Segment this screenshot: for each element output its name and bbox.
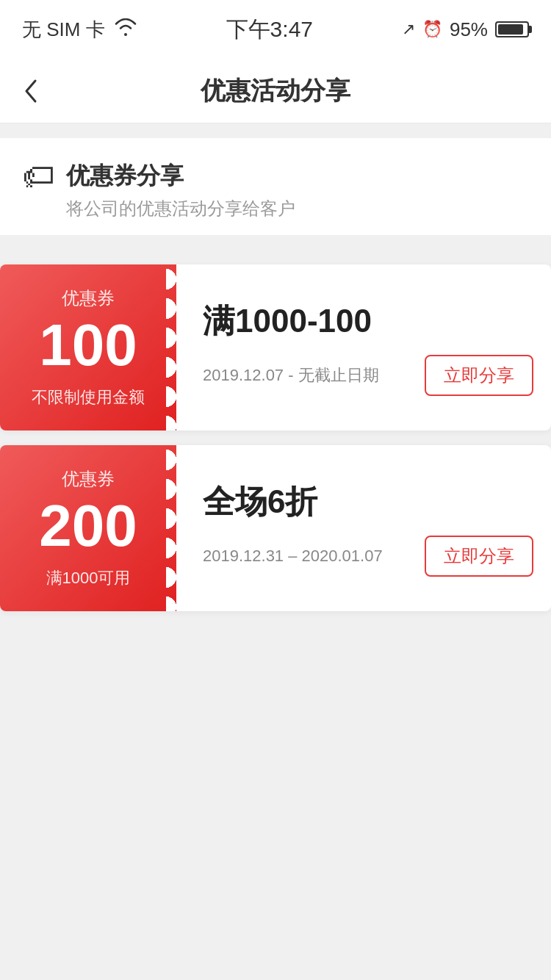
status-right: ↗ ⏰ 95% <box>402 18 529 41</box>
coupon-name-1: 全场6折 <box>203 480 533 524</box>
section-gap-mid <box>0 235 551 250</box>
section-header: 🏷 优惠券分享 将公司的优惠活动分享给客户 <box>0 138 551 235</box>
empty-area <box>0 626 551 980</box>
status-left: 无 SIM 卡 <box>22 17 137 43</box>
share-button-1[interactable]: 立即分享 <box>425 536 533 577</box>
location-icon: ↗ <box>402 20 415 39</box>
status-time: 下午3:47 <box>226 15 313 45</box>
coupon-condition-0: 不限制使用金额 <box>32 386 145 408</box>
coupon-date-0: 2019.12.07 - 无截止日期 <box>203 364 417 386</box>
section-title: 优惠券分享 <box>66 160 295 192</box>
carrier-text: 无 SIM 卡 <box>22 17 105 43</box>
coupon-name-0: 满1000-100 <box>203 300 533 343</box>
battery-icon <box>495 21 529 37</box>
coupon-amount-1: 200 <box>39 497 137 555</box>
section-subtitle: 将公司的优惠活动分享给客户 <box>66 197 295 220</box>
section-gap-top <box>0 123 551 138</box>
coupon-right-0: 满1000-100 2019.12.07 - 无截止日期 立即分享 <box>176 264 551 430</box>
coupon-card: 优惠券 100 不限制使用金额 满1000-100 2019.12.07 - 无… <box>0 264 551 430</box>
page-title: 优惠活动分享 <box>201 74 350 108</box>
coupon-left-0: 优惠券 100 不限制使用金额 <box>0 264 176 430</box>
coupon-meta-1: 2019.12.31 – 2020.01.07 立即分享 <box>203 536 533 577</box>
status-bar: 无 SIM 卡 下午3:47 ↗ ⏰ 95% <box>0 0 551 59</box>
coupon-left-1: 优惠券 200 满1000可用 <box>0 445 176 611</box>
coupon-date-1: 2019.12.31 – 2020.01.07 <box>203 547 417 566</box>
coupon-right-1: 全场6折 2019.12.31 – 2020.01.07 立即分享 <box>176 445 551 611</box>
coupon-list: 优惠券 100 不限制使用金额 满1000-100 2019.12.07 - 无… <box>0 250 551 626</box>
coupon-meta-0: 2019.12.07 - 无截止日期 立即分享 <box>203 355 533 396</box>
wifi-icon <box>114 18 137 41</box>
share-button-0[interactable]: 立即分享 <box>425 355 533 396</box>
nav-bar: 优惠活动分享 <box>0 59 551 123</box>
coupon-label-1: 优惠券 <box>62 467 115 491</box>
section-text: 优惠券分享 将公司的优惠活动分享给客户 <box>66 160 295 220</box>
coupon-condition-1: 满1000可用 <box>46 567 131 589</box>
alarm-icon: ⏰ <box>422 20 442 39</box>
battery-percent: 95% <box>450 18 488 41</box>
coupon-amount-0: 100 <box>39 316 137 375</box>
back-button[interactable] <box>22 76 40 106</box>
coupon-label-0: 优惠券 <box>62 287 115 310</box>
coupon-icon: 🏷 <box>22 160 54 192</box>
coupon-card: 优惠券 200 满1000可用 全场6折 2019.12.31 – 2020.0… <box>0 445 551 611</box>
